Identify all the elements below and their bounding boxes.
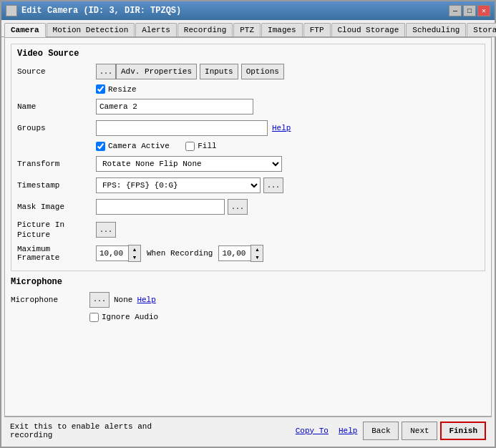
tab-ptz[interactable]: PTZ — [233, 23, 261, 36]
microphone-ellipsis-button[interactable]: ... — [89, 292, 110, 308]
tab-images[interactable]: Images — [261, 23, 303, 36]
groups-input[interactable] — [96, 120, 268, 136]
timestamp-row: Timestamp FPS: {FPS} {0:G} ... — [17, 177, 479, 194]
ignore-audio-label: Ignore Audio — [102, 313, 158, 321]
microphone-row: Microphone ... None Help — [11, 291, 485, 308]
fill-checkbox[interactable] — [185, 142, 195, 151]
transform-row: Transform Rotate None Flip None — [17, 155, 479, 172]
close-button[interactable]: ✕ — [477, 5, 490, 16]
scrollable-content[interactable]: Video Source Source ... Adv. Properties … — [5, 38, 491, 416]
resize-row: Resize — [96, 84, 479, 94]
camera-active-label: Camera Active — [108, 142, 170, 150]
tab-storage[interactable]: Storage — [467, 23, 496, 36]
maximize-button[interactable]: □ — [463, 5, 476, 16]
timestamp-ellipsis-button[interactable]: ... — [263, 177, 283, 193]
microphone-none-text: None — [114, 296, 132, 304]
max-framerate-up-button[interactable]: ▲ — [129, 245, 140, 253]
timestamp-select[interactable]: FPS: {FPS} {0:G} — [96, 177, 261, 193]
pip-label: Picture InPicture — [17, 220, 96, 240]
bottom-buttons: Copy To Help Back Next Finish — [291, 422, 486, 440]
main-window: Edit Camera (ID: 3, DIR: TPZQS) — □ ✕ Ca… — [0, 0, 496, 448]
back-button[interactable]: Back — [363, 422, 399, 440]
next-button[interactable]: Next — [402, 422, 437, 440]
when-recording-spinbox: ▲ ▼ — [218, 245, 263, 262]
mask-image-row: Mask Image ... — [17, 198, 479, 215]
tab-camera[interactable]: Camera — [4, 23, 46, 37]
name-label: Name — [17, 102, 96, 111]
titlebar: Edit Camera (ID: 3, DIR: TPZQS) — □ ✕ — [1, 1, 495, 20]
microphone-help-link[interactable]: Help — [137, 296, 155, 304]
name-input[interactable] — [96, 99, 253, 115]
finish-button[interactable]: Finish — [440, 422, 486, 440]
titlebar-left: Edit Camera (ID: 3, DIR: TPZQS) — [6, 5, 181, 16]
when-recording-spinbox-buttons: ▲ ▼ — [251, 245, 263, 262]
groups-label: Groups — [17, 124, 96, 132]
resize-checkbox[interactable] — [96, 84, 105, 94]
timestamp-controls: FPS: {FPS} {0:G} ... — [96, 177, 283, 193]
status-text: Exit this to enable alerts and recording — [10, 422, 189, 439]
resize-label: Resize — [108, 85, 137, 94]
tab-cloud-storage[interactable]: Cloud Storage — [331, 23, 406, 36]
microphone-section: Microphone Microphone ... None Help Igno… — [11, 277, 485, 322]
mask-image-input[interactable] — [96, 199, 225, 215]
groups-row: Groups Help — [17, 120, 479, 137]
window-title: Edit Camera (ID: 3, DIR: TPZQS) — [21, 6, 181, 16]
when-recording-down-button[interactable]: ▼ — [251, 253, 263, 261]
options-button[interactable]: Options — [241, 64, 284, 79]
max-framerate-spinbox: ▲ ▼ — [96, 245, 141, 262]
microphone-label: Microphone — [11, 296, 89, 304]
source-row: Source ... Adv. Properties Inputs Option… — [17, 63, 479, 80]
video-source-section: Video Source Source ... Adv. Properties … — [11, 44, 485, 271]
fill-label: Fill — [198, 142, 216, 150]
tab-motion-detection[interactable]: Motion Detection — [47, 23, 135, 36]
tab-alerts[interactable]: Alerts — [135, 23, 177, 36]
copy-to-link[interactable]: Copy To — [296, 427, 329, 435]
titlebar-controls: — □ ✕ — [449, 5, 490, 16]
when-recording-up-button[interactable]: ▲ — [251, 245, 263, 253]
ignore-audio-checkbox[interactable] — [89, 313, 99, 322]
groups-help-link[interactable]: Help — [272, 124, 291, 132]
pip-row: Picture InPicture ... — [17, 220, 479, 240]
tab-ftp[interactable]: FTP — [303, 23, 331, 36]
when-recording-input[interactable] — [218, 245, 251, 261]
inputs-button[interactable]: Inputs — [200, 64, 238, 79]
max-framerate-input[interactable] — [96, 245, 128, 261]
video-source-label: Video Source — [17, 49, 479, 59]
pip-ellipsis-button[interactable]: ... — [96, 222, 116, 238]
source-label: Source — [17, 67, 96, 76]
camera-active-row: Camera Active Fill — [96, 141, 479, 151]
max-framerate-down-button[interactable]: ▼ — [129, 253, 140, 261]
mask-image-label: Mask Image — [17, 203, 96, 211]
tab-recording[interactable]: Recording — [178, 23, 233, 36]
max-framerate-row: Maximum Framerate ▲ ▼ When Recording ▲ — [17, 245, 479, 262]
adv-properties-button[interactable]: Adv. Properties — [116, 64, 197, 79]
transform-select[interactable]: Rotate None Flip None — [96, 156, 282, 172]
bottom-help-link[interactable]: Help — [339, 427, 357, 435]
source-ellipsis-button[interactable]: ... — [96, 64, 116, 79]
max-framerate-label: Maximum Framerate — [17, 245, 96, 262]
tabs-bar: Camera Motion Detection Alerts Recording… — [1, 20, 495, 37]
minimize-button[interactable]: — — [449, 5, 462, 16]
max-framerate-spinbox-buttons: ▲ ▼ — [128, 245, 141, 262]
microphone-section-label: Microphone — [11, 277, 485, 287]
when-recording-label: When Recording — [147, 249, 213, 258]
transform-label: Transform — [17, 160, 96, 168]
name-row: Name — [17, 98, 479, 115]
content-area: Video Source Source ... Adv. Properties … — [4, 37, 492, 417]
ignore-audio-row: Ignore Audio — [89, 313, 485, 322]
timestamp-label: Timestamp — [17, 181, 96, 190]
mask-image-ellipsis-button[interactable]: ... — [228, 199, 248, 215]
app-icon — [6, 5, 17, 16]
tab-scheduling[interactable]: Scheduling — [406, 23, 466, 36]
bottom-bar: Exit this to enable alerts and recording… — [4, 417, 492, 444]
camera-active-checkbox[interactable] — [96, 142, 105, 151]
